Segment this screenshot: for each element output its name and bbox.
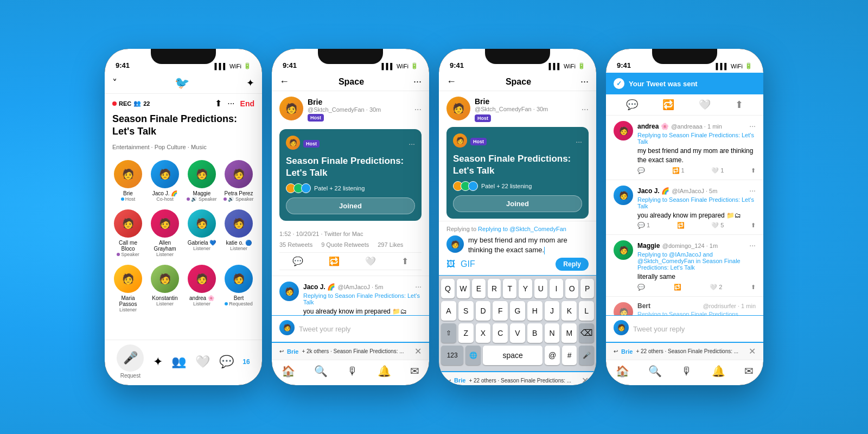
chat-toolbar-icon[interactable]: 💬 <box>219 355 234 369</box>
back-icon-2[interactable]: ← <box>279 76 289 87</box>
space-card-2[interactable]: 🧑 Host ··· Season Finale Predictions: Le… <box>279 129 422 221</box>
comment-jaco-icon[interactable]: 💬 1 <box>637 222 650 229</box>
search-nav-icon-4[interactable]: 🔍 <box>648 365 662 378</box>
key-globe[interactable]: 🌐 <box>465 346 481 365</box>
key-p[interactable]: P <box>580 279 594 298</box>
key-g[interactable]: G <box>510 301 525 321</box>
avatar-jaco[interactable]: 🧑 Jaco J. 🌈 Co-host <box>149 160 181 202</box>
mini-close-icon-4[interactable]: ✕ <box>749 346 756 356</box>
reply-more-icon[interactable]: ··· <box>415 282 422 291</box>
key-x[interactable]: X <box>476 323 491 343</box>
retweet-top-icon[interactable]: 🔁 <box>662 99 674 111</box>
heart-action-icon[interactable]: 🤍 <box>365 256 376 266</box>
messages-nav-icon-4[interactable]: ✉ <box>744 365 754 378</box>
quote-retweets-count[interactable]: 9 Quote Retweets <box>321 241 369 248</box>
reply-avatar-maggie[interactable]: 🧑 <box>614 240 633 260</box>
avatar-brie[interactable]: 🧑 Brie Host <box>112 160 144 202</box>
heart-top-icon[interactable]: 🤍 <box>699 99 711 111</box>
more-card-icon[interactable]: ··· <box>409 139 415 148</box>
share-action-icon[interactable]: ⬆ <box>401 256 409 266</box>
retweet-maggie-icon[interactable]: 🔁 <box>674 284 681 291</box>
more-icon-3[interactable]: ··· <box>580 76 589 87</box>
more-post-icon[interactable]: ··· <box>414 105 422 114</box>
space-mini-bar-2[interactable]: ↩ Brie + 2k others · Season Finale Predi… <box>272 342 429 360</box>
comment-top-icon[interactable]: 💬 <box>626 99 638 111</box>
reply-avatar-jaco-4[interactable]: 🧑 <box>614 186 633 205</box>
avatar-petra[interactable]: 🧑 Petra Perez 🔊 Speaker <box>223 160 254 202</box>
retweet-jaco-icon[interactable]: 🔁 <box>677 222 685 229</box>
chevron-down-icon[interactable]: ˅ <box>112 77 117 89</box>
reply-avatar-bert[interactable]: 🧑 <box>614 302 633 315</box>
messages-nav-icon[interactable]: ✉ <box>410 365 419 378</box>
end-button[interactable]: End <box>240 99 254 108</box>
retweets-count[interactable]: 35 Retweets <box>279 241 312 248</box>
joined-button-3[interactable]: Joined <box>453 195 582 212</box>
avatar-maggie[interactable]: 🧑 Maggie 🔊 Speaker <box>186 160 218 202</box>
avatar-bloco[interactable]: 🧑 Call me Bloco Speaker <box>112 209 144 257</box>
comment-andrea-icon[interactable]: 💬 <box>637 167 645 174</box>
notifications-nav-icon[interactable]: 🔔 <box>378 365 391 378</box>
reply-avatar-jaco[interactable]: 🧑 <box>279 282 299 301</box>
key-delete[interactable]: ⌫ <box>579 323 594 343</box>
avatar-bert[interactable]: 🧑 Bert Requested <box>223 265 254 312</box>
key-mic[interactable]: 🎤 <box>579 346 594 365</box>
compose-text-3[interactable]: my best friend and my mom are thinking t… <box>468 235 589 255</box>
key-t[interactable]: T <box>503 279 516 298</box>
key-z[interactable]: Z <box>458 323 474 343</box>
notifications-nav-icon-4[interactable]: 🔔 <box>712 365 725 378</box>
heart-andrea-icon[interactable]: 🤍 1 <box>711 167 724 174</box>
key-123[interactable]: 123 <box>441 346 463 365</box>
key-h[interactable]: H <box>527 301 542 321</box>
key-u[interactable]: U <box>534 279 548 298</box>
author-avatar-2[interactable]: 🧑 <box>279 97 303 120</box>
joined-button-2[interactable]: Joined <box>286 197 415 214</box>
reply-avatar-andrea[interactable]: 🧑 <box>614 121 633 141</box>
key-i[interactable]: I <box>550 279 563 298</box>
heart-jaco-icon[interactable]: 🤍 5 <box>711 222 724 229</box>
request-button[interactable]: 🎤 Request <box>117 344 144 379</box>
key-n[interactable]: N <box>545 323 560 343</box>
more-card-icon-3[interactable]: ··· <box>576 137 582 146</box>
key-j[interactable]: J <box>545 301 560 321</box>
tweet-input-placeholder-4[interactable]: Tweet your reply <box>633 325 756 333</box>
space-mini-bar-4[interactable]: ↩ Brie + 22 others · Season Finale Predi… <box>606 342 763 360</box>
gif-compose-icon[interactable]: GIF <box>461 259 475 269</box>
retweet-andrea-icon[interactable]: 🔁 1 <box>672 167 685 174</box>
author-avatar-3[interactable]: 🧑 <box>446 97 470 120</box>
key-space[interactable]: space <box>483 346 542 365</box>
spaces-nav-icon-4[interactable]: 🎙 <box>681 365 692 378</box>
avatar-katie[interactable]: 🧑 katie o. 🔵 Listener <box>223 209 254 257</box>
spaces-nav-icon[interactable]: 🎙 <box>347 365 358 378</box>
key-a[interactable]: A <box>441 301 456 321</box>
share-icon[interactable]: ⬆ <box>215 98 222 108</box>
key-r[interactable]: R <box>488 279 501 298</box>
avatar-maria[interactable]: 🧑 Maria Passos Listener <box>112 265 144 312</box>
key-c[interactable]: C <box>493 323 508 343</box>
space-card-3[interactable]: 🧑 Host ··· Season Finale Predictions: Le… <box>446 127 589 219</box>
share-jaco-icon[interactable]: ⬆ <box>751 222 756 229</box>
key-m[interactable]: M <box>561 323 577 343</box>
heart-maggie-icon[interactable]: 🤍 2 <box>710 284 722 291</box>
reply-more-jaco-4[interactable]: ··· <box>749 186 756 195</box>
key-l[interactable]: L <box>579 301 594 321</box>
key-hash[interactable]: # <box>562 346 577 365</box>
key-y[interactable]: Y <box>519 279 532 298</box>
retweet-action-icon[interactable]: 🔁 <box>329 256 340 266</box>
avatar-konstantin[interactable]: 🧑 Konstantin Listener <box>149 265 181 312</box>
search-nav-icon[interactable]: 🔍 <box>314 365 328 378</box>
share-top-icon[interactable]: ⬆ <box>735 99 743 111</box>
reply-more-andrea[interactable]: ··· <box>749 122 756 130</box>
home-nav-icon[interactable]: 🏠 <box>282 365 295 378</box>
key-o[interactable]: O <box>565 279 579 298</box>
more-post-icon-3[interactable]: ··· <box>582 105 589 114</box>
comment-action-icon[interactable]: 💬 <box>292 256 303 266</box>
share-maggie-icon[interactable]: ⬆ <box>751 284 756 291</box>
avatar-allen[interactable]: 🧑 Allen Grayham Listener <box>149 209 181 257</box>
tweet-input-bar-2[interactable]: 🧑 Tweet your reply <box>272 315 429 342</box>
key-shift[interactable]: ⇧ <box>441 323 456 343</box>
key-e[interactable]: E <box>472 279 486 298</box>
likes-count[interactable]: 297 Likes <box>378 241 403 248</box>
avatar-gabriela[interactable]: 🧑 Gabriela 💙 Listener <box>186 209 218 257</box>
key-s[interactable]: S <box>458 301 474 321</box>
home-nav-icon-4[interactable]: 🏠 <box>616 365 629 378</box>
